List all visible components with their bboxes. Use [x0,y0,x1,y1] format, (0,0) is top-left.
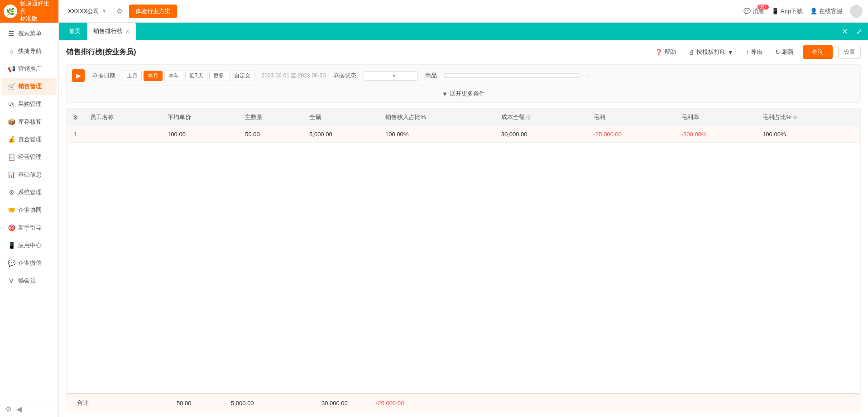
cell-gross: -25,000.00 [588,126,676,143]
tab-home[interactable]: 首页 [62,23,87,40]
app-download-action[interactable]: 📱 App下载 [772,7,803,15]
cell-rank: 1 [67,126,85,143]
tab-expand-icon[interactable]: ⤢ [854,26,864,37]
expand-more-button[interactable]: ▼ 展开更多条件 [72,90,855,98]
tab-sales-rank[interactable]: 销售排行榜 ✕ [87,23,136,40]
topbar: XXXXX公司 ▼ ⚙ 体验行业方案 💬 消息 99+ 📱 App下载 👤 在线… [59,0,868,23]
tab-close-icon[interactable]: ✕ [125,29,129,34]
sidebar-item-search[interactable]: ☰ 搜索菜单 [2,25,57,42]
inventory-icon: 📦 [7,118,15,125]
status-select-arrow: ▼ [392,73,414,78]
col-main-qty: 主数量 [240,109,304,126]
sidebar-item-app-center[interactable]: 📱 应用中心 [2,237,57,254]
main-area: XXXXX公司 ▼ ⚙ 体验行业方案 💬 消息 99+ 📱 App下载 👤 在线… [59,0,868,417]
footer-collapse-icon[interactable]: ◀ [16,405,22,413]
refresh-icon: ↻ [775,49,780,56]
sidebar-item-purchase[interactable]: 🛍 采购管理 [2,96,57,113]
goods-select[interactable] [444,73,580,78]
col-settings[interactable]: ⚙ [67,109,85,126]
logo-text: 畅康通好生意 标准版 [20,0,55,23]
settings-button[interactable]: 设置 [838,46,861,59]
sidebar-item-label: 营销推广 [18,65,42,73]
page-content: 销售排行榜(按业务员) ❓ 帮助 🖨 按模板打印 ▼ ↑ 导出 [59,40,868,417]
sidebar-item-enterprise-wechat[interactable]: 💬 企业微信 [2,254,57,272]
sidebar-item-label: 基础信息 [18,171,42,179]
marketing-icon: 📢 [7,65,15,72]
col-gross-rate: 毛利率 [676,109,757,126]
footer-gross: -25,000.00 [370,400,425,407]
filter-expand-toggle[interactable]: ▶ [72,69,85,82]
footer-main-qty: 50.00 [171,400,225,407]
search-button[interactable]: 查询 [803,45,833,59]
sidebar-item-finance[interactable]: 💰 资金管理 [2,131,57,148]
sidebar-item-label: 经营管理 [18,153,42,161]
purchase-icon: 🛍 [7,101,15,108]
print-icon: 🖨 [689,49,695,56]
sidebar-item-operations[interactable]: 📋 经营管理 [2,149,57,166]
sidebar-item-sales[interactable]: 🛒 销售管理 [2,78,57,95]
status-filter-label: 单据状态 [333,72,356,80]
tab-close-all-icon[interactable]: ✕ [839,26,850,37]
data-table-container: ⚙ 员工名称 平均单价 主数量 全额 [66,108,861,393]
user-avatar[interactable] [850,5,863,18]
tabbar: 首页 销售排行榜 ✕ ✕ ⤢ [59,23,868,40]
company-selector[interactable]: XXXXX公司 ▼ [64,5,110,17]
date-btn-current-month[interactable]: 本月 [144,71,163,81]
app-download-icon: 📱 [772,8,779,14]
member-icon: V [7,277,15,284]
template-print-button[interactable]: 🖨 按模板打印 ▼ [685,46,737,58]
col-sales-pct: 销售收入占比% [380,109,496,126]
sidebar-item-inventory[interactable]: 📦 库存核算 [2,113,57,130]
status-select[interactable]: ▼ [364,71,418,81]
sidebar-item-quick-nav[interactable]: ⌂ 快捷导航 [2,43,57,60]
message-badge: 99+ [758,5,769,10]
sidebar-item-system[interactable]: ⚙ 系统管理 [2,184,57,201]
sidebar-item-label: 企业协同 [18,206,42,214]
footer-cost: 30,000.00 [316,400,370,407]
footer-settings-icon[interactable]: ⚙ [5,405,12,413]
more-filters-btn[interactable]: ··· [584,71,592,81]
gross-pct-info-icon[interactable]: ⚙ [793,115,797,120]
sidebar-item-label: 资金管理 [18,135,42,144]
cell-employee-name [85,126,162,143]
date-btn-year[interactable]: 本年 [164,71,183,81]
sidebar-item-marketing[interactable]: 📢 营销推广 [2,60,57,77]
sidebar-item-enterprise-collab[interactable]: 🤝 企业协同 [2,201,57,219]
refresh-button[interactable]: ↻ 刷新 [772,46,797,58]
table-row: 1 100.00 50.00 5,000.00 100.00% 30,000.0… [67,126,860,143]
date-btn-custom[interactable]: 自定义 [230,71,254,81]
collab-icon: 🤝 [7,206,15,214]
sidebar-footer: ⚙ ◀ [0,401,58,417]
sidebar-item-guide[interactable]: 🎯 新手引导 [2,219,57,236]
sales-icon: 🛒 [7,83,15,90]
logo-icon: 🌿 [4,5,17,18]
date-btn-last-month[interactable]: 上月 [123,71,142,81]
cell-main-qty: 50.00 [240,126,304,143]
sidebar-item-basic-info[interactable]: 📊 基础信息 [2,166,57,183]
page-inner: 销售排行榜(按业务员) ❓ 帮助 🖨 按模板打印 ▼ ↑ 导出 [59,40,868,417]
online-service-action[interactable]: 👤 在线客服 [810,7,843,15]
cell-avg-price: 100.00 [162,126,240,143]
messages-action[interactable]: 💬 消息 99+ [743,7,764,15]
cell-sales-pct: 100.00% [380,126,496,143]
page-title: 销售排行榜(按业务员) [66,48,136,57]
date-btn-7days[interactable]: 近7天 [185,71,207,81]
export-button[interactable]: ↑ 导出 [743,46,767,58]
sidebar-item-member[interactable]: V 畅会员 [2,272,57,289]
cell-amount: 5,000.00 [304,126,380,143]
sidebar-item-label: 快捷导航 [18,47,42,55]
sidebar-item-label: 搜索菜单 [18,29,42,38]
col-employee-name: 员工名称 [85,109,162,126]
sidebar-item-label: 销售管理 [18,82,42,91]
sidebar-item-label: 库存核算 [18,118,42,126]
help-button[interactable]: ❓ 帮助 [652,46,680,58]
company-name: XXXXX公司 [68,7,99,15]
sidebar: 🌿 畅康通好生意 标准版 ☰ 搜索菜单 ⌂ 快捷导航 📢 营销推广 🛒 销售管理… [0,0,59,417]
cost-info-icon[interactable]: ⓘ [526,115,531,120]
operations-icon: 📋 [7,153,15,161]
cell-cost: 30,000.00 [496,126,588,143]
trial-button[interactable]: 体验行业方案 [129,5,177,18]
wechat-icon: 💬 [7,259,15,267]
topbar-settings-icon[interactable]: ⚙ [116,7,123,15]
date-btn-more[interactable]: 更多 [209,71,228,81]
